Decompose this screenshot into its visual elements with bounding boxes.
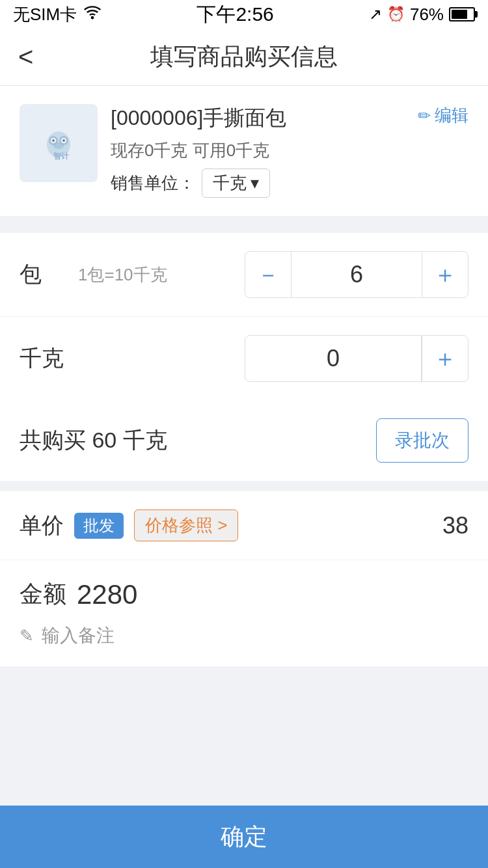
price-row: 单价 批发 价格参照 > 38 [0, 491, 488, 560]
kg-quantity-row: 千克 ＋ [0, 317, 488, 400]
remark-label: 输入备注 [42, 623, 115, 648]
product-thumbnail: 智计 [20, 104, 98, 182]
product-info: [0000006]手撕面包 ✏ 编辑 现存0千克 可用0千克 销售单位： 千克 … [111, 104, 468, 198]
status-time: 下午2:56 [197, 1, 273, 28]
amount-row: 金额 2280 [20, 578, 468, 610]
kg-plus-button[interactable]: ＋ [422, 335, 468, 382]
product-stock: 现存0千克 可用0千克 [111, 139, 468, 162]
unit-label: 销售单位： [111, 172, 195, 195]
bag-qty-control: － ＋ [245, 251, 468, 298]
nav-bar: < 填写商品购买信息 [0, 29, 488, 86]
status-bar: 无SIM卡 下午2:56 ↗ ⏰ 76% [0, 0, 488, 29]
price-value: 38 [442, 512, 468, 539]
kg-qty-input[interactable] [245, 335, 422, 382]
kg-label: 千克 [20, 344, 72, 373]
bag-plus-button[interactable]: ＋ [422, 251, 468, 298]
amount-label: 金额 [20, 578, 66, 610]
price-type-tag: 批发 [74, 513, 124, 539]
svg-point-8 [53, 142, 64, 149]
bag-quantity-row: 包 1包=10千克 － ＋ [0, 233, 488, 317]
kg-qty-control: ＋ [245, 335, 468, 382]
alarm-icon: ⏰ [387, 6, 405, 23]
carrier-label: 无SIM卡 [13, 3, 77, 26]
edit-button[interactable]: ✏ 编辑 [418, 104, 468, 127]
wifi-icon [83, 3, 102, 26]
total-row: 共购买 60 千克 录批次 [0, 400, 488, 481]
product-unit-row: 销售单位： 千克 ▾ [111, 169, 468, 198]
product-name: [0000006]手撕面包 [111, 104, 418, 133]
bag-qty-input[interactable] [291, 251, 422, 298]
battery-icon [449, 7, 475, 21]
edit-icon: ✏ [418, 107, 431, 125]
remark-row[interactable]: ✎ 输入备注 [20, 623, 468, 648]
section-divider-2 [0, 481, 488, 491]
record-batch-button[interactable]: 录批次 [376, 418, 468, 463]
price-reference-button[interactable]: 价格参照 > [134, 509, 238, 541]
total-label: 共购买 60 千克 [20, 426, 167, 455]
product-title-row: [0000006]手撕面包 ✏ 编辑 [111, 104, 468, 133]
bag-hint: 1包=10千克 [78, 264, 245, 286]
price-label: 单价 [20, 511, 64, 541]
amount-value: 2280 [77, 579, 137, 610]
svg-text:智计: 智计 [53, 152, 70, 161]
pencil-icon: ✎ [20, 626, 34, 646]
svg-point-6 [52, 139, 55, 142]
chevron-down-icon: ▾ [251, 173, 259, 193]
bag-label: 包 [20, 260, 72, 290]
status-left: 无SIM卡 [13, 3, 102, 26]
unit-select[interactable]: 千克 ▾ [202, 169, 270, 198]
svg-point-7 [62, 139, 65, 142]
battery-label: 76% [410, 5, 444, 25]
product-card: 智计 [0000006]手撕面包 ✏ 编辑 现存0千克 可用0千克 销售单位： … [0, 86, 488, 223]
back-button[interactable]: < [18, 42, 33, 72]
page-title: 填写商品购买信息 [150, 41, 338, 73]
section-divider-1 [0, 223, 488, 233]
amount-section: 金额 2280 ✎ 输入备注 [0, 560, 488, 667]
location-icon: ↗ [369, 5, 382, 23]
edit-label: 编辑 [435, 104, 468, 127]
bag-minus-button[interactable]: － [245, 251, 291, 298]
confirm-label: 确定 [221, 821, 267, 853]
status-right: ↗ ⏰ 76% [369, 5, 475, 25]
confirm-button[interactable]: 确定 [0, 806, 488, 868]
svg-point-0 [92, 17, 93, 18]
